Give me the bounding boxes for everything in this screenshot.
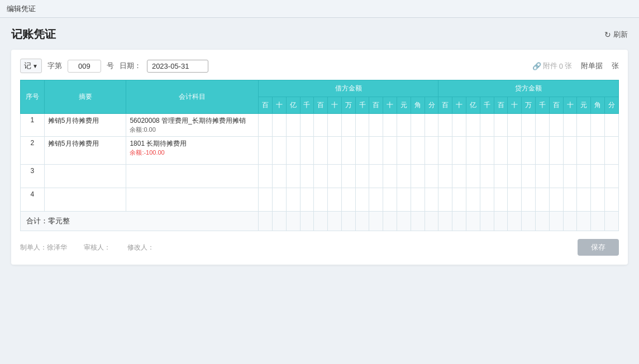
row1-d8[interactable] — [369, 114, 383, 137]
th-d-bai1: 百 — [314, 97, 328, 114]
row2-c7[interactable] — [536, 137, 550, 165]
zi-label: 字第 — [47, 61, 62, 71]
row2-c6[interactable] — [522, 137, 536, 165]
main-content: 记账凭证 ↻ 刷新 记 ▼ 字第 号 日期： 🔗 附件 0 张 — [0, 18, 639, 364]
row2-d3[interactable] — [300, 137, 314, 165]
row2-c11[interactable] — [591, 137, 605, 165]
row2-d10[interactable] — [397, 137, 411, 165]
row2-c5[interactable] — [508, 137, 522, 165]
row3-summary[interactable] — [44, 165, 126, 188]
row2-c1[interactable] — [452, 137, 466, 165]
row2-d11[interactable] — [411, 137, 425, 165]
th-debit: 借方金额 — [259, 80, 438, 97]
row2-d6[interactable] — [341, 137, 355, 165]
ji-dropdown-icon: ▼ — [32, 63, 38, 69]
th-d-yuan: 元 — [397, 97, 411, 114]
th-c-qian: 千 — [536, 97, 550, 114]
row2-d4[interactable] — [314, 137, 328, 165]
row2-d9[interactable] — [383, 137, 397, 165]
table-row: 4 — [21, 188, 619, 212]
row1-d5[interactable] — [328, 114, 342, 137]
th-c-bai1: 百 — [494, 97, 508, 114]
row1-seq: 1 — [21, 114, 45, 137]
row1-c7[interactable] — [536, 114, 550, 137]
th-c-shi1: 十 — [508, 97, 522, 114]
row1-d12[interactable] — [425, 114, 438, 137]
th-c-wan: 万 — [522, 97, 536, 114]
row2-c8[interactable] — [549, 137, 563, 165]
row2-d7[interactable] — [355, 137, 369, 165]
row1-c3[interactable] — [480, 114, 494, 137]
maker-label-text: 制单人： — [20, 243, 47, 251]
paperclip-icon: 🔗 — [532, 62, 541, 70]
th-d-qian: 千 — [355, 97, 369, 114]
row2-c9[interactable] — [563, 137, 577, 165]
th-seq: 序号 — [21, 80, 45, 114]
row4-summary[interactable] — [44, 188, 126, 212]
row1-c4[interactable] — [494, 114, 508, 137]
row3-account[interactable] — [126, 165, 259, 188]
row1-c9[interactable] — [563, 114, 577, 137]
title-bar: 编辑凭证 — [0, 0, 639, 18]
attachment-area: 🔗 附件 0 张 附单据 张 — [532, 61, 619, 71]
th-c-yi: 亿 — [466, 97, 480, 114]
refresh-button[interactable]: ↻ 刷新 — [604, 30, 628, 40]
row1-c1[interactable] — [452, 114, 466, 137]
th-d-qian1: 千 — [300, 97, 314, 114]
page-title: 记账凭证 — [11, 27, 56, 42]
th-d-shi2: 十 — [272, 97, 286, 114]
row1-d6[interactable] — [341, 114, 355, 137]
row2-c4[interactable] — [494, 137, 508, 165]
ji-label: 记 — [24, 61, 31, 71]
th-account: 会计科目 — [126, 80, 259, 114]
ji-select[interactable]: 记 ▼ — [20, 59, 42, 73]
th-d-jiao: 角 — [411, 97, 425, 114]
row2-c10[interactable] — [577, 137, 591, 165]
row1-c0[interactable] — [438, 114, 452, 137]
row1-d4[interactable] — [314, 114, 328, 137]
row4-account[interactable] — [126, 188, 259, 212]
row1-c2[interactable] — [466, 114, 480, 137]
row1-c12[interactable] — [605, 114, 619, 137]
row1-d2[interactable] — [286, 114, 300, 137]
voucher-number-input[interactable] — [68, 60, 101, 73]
row1-d10[interactable] — [397, 114, 411, 137]
row1-d11[interactable] — [411, 114, 425, 137]
footer-row: 制单人：徐泽华 审核人： 修改人： 保存 — [20, 239, 619, 256]
th-c-qian1: 千 — [480, 97, 494, 114]
save-button[interactable]: 保存 — [578, 239, 619, 256]
row2-d5[interactable] — [328, 137, 342, 165]
date-input[interactable] — [147, 60, 208, 73]
row1-c11[interactable] — [591, 114, 605, 137]
th-c-shi2: 十 — [452, 97, 466, 114]
row1-d7[interactable] — [355, 114, 369, 137]
refresh-label: 刷新 — [613, 30, 628, 40]
row2-c0[interactable] — [438, 137, 452, 165]
row2-d2[interactable] — [286, 137, 300, 165]
row2-account[interactable]: 1801 长期待摊费用 余额:-100.00 — [126, 137, 259, 165]
row1-d0[interactable] — [259, 114, 273, 137]
attach-count: 0 — [559, 62, 563, 70]
title-bar-label: 编辑凭证 — [7, 4, 36, 14]
row1-d9[interactable] — [383, 114, 397, 137]
row2-c3[interactable] — [480, 137, 494, 165]
row2-d8[interactable] — [369, 137, 383, 165]
row1-d1[interactable] — [272, 114, 286, 137]
row1-account[interactable]: 56020008 管理费用_长期待摊费用摊销 余额:0.00 — [126, 114, 259, 137]
row2-c2[interactable] — [466, 137, 480, 165]
attachment-link[interactable]: 🔗 附件 0 张 — [532, 61, 572, 71]
row1-summary[interactable]: 摊销5月待摊费用 — [44, 114, 126, 137]
row1-c5[interactable] — [508, 114, 522, 137]
row1-c8[interactable] — [549, 114, 563, 137]
row2-d12[interactable] — [425, 137, 438, 165]
row1-d3[interactable] — [300, 114, 314, 137]
row1-c10[interactable] — [577, 114, 591, 137]
maker-name: 徐泽华 — [47, 243, 67, 251]
row2-summary[interactable]: 摊销5月待摊费用 — [44, 137, 126, 165]
row2-d1[interactable] — [272, 137, 286, 165]
fu-dan-ju[interactable]: 附单据 — [581, 61, 603, 71]
hao-label: 号 — [107, 61, 114, 71]
row2-d0[interactable] — [259, 137, 273, 165]
row2-c12[interactable] — [605, 137, 619, 165]
row1-c6[interactable] — [522, 114, 536, 137]
